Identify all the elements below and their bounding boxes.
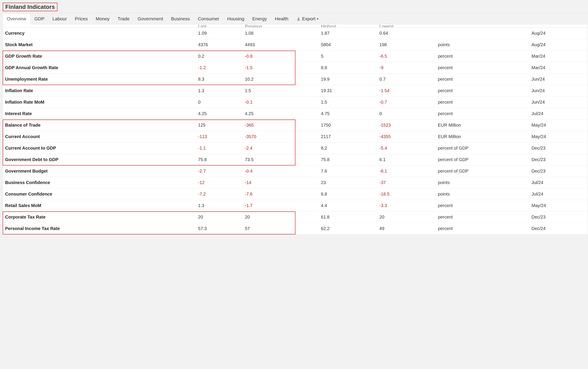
cell-high: 8.8 (319, 62, 377, 73)
cell-prev: 1.5 (242, 85, 289, 97)
cell-prev: -3570 (242, 131, 289, 143)
cell-unit: percent (436, 211, 529, 223)
tab-prices[interactable]: Prices (71, 13, 92, 24)
tab-government[interactable]: Government (134, 13, 167, 24)
cell-unit: percent of GDP (436, 143, 529, 154)
cell-name: Government Budget (3, 165, 196, 177)
cell-last: 1.09 (196, 28, 243, 39)
table-row[interactable]: Currency1.091.081.870.64Aug/24 (3, 28, 588, 39)
cell-high: 62.2 (319, 223, 377, 235)
table-row[interactable]: Interest Rate4.254.254.750percentJul/24 (3, 108, 588, 120)
cell-gap (289, 165, 319, 177)
cell-prev: -7.6 (242, 188, 289, 200)
cell-high: 4.75 (319, 108, 377, 120)
cell-gap (289, 85, 319, 97)
table-row[interactable]: Corporate Tax Rate202061.820percentDec/2… (3, 211, 588, 223)
cell-last: -113 (196, 131, 243, 143)
cell-name: GDP Annual Growth Rate (3, 62, 196, 73)
cell-gap (289, 188, 319, 200)
table-row[interactable]: Inflation Rate MoM0-0.11.5-0.7percentJun… (3, 97, 588, 108)
table-row[interactable]: Government Debt to GDP75.873.575.86.1per… (3, 154, 588, 165)
tab-consumer[interactable]: Consumer (194, 13, 223, 24)
cell-date: Aug/24 (529, 28, 588, 39)
cell-high: 19.9 (319, 73, 377, 85)
cell-gap (289, 223, 319, 235)
cell-name: Business Confidence (3, 177, 196, 188)
tab-trade[interactable]: Trade (114, 13, 134, 24)
table-row[interactable]: Balance of Trade125-3651750-1523EUR Mill… (3, 120, 588, 131)
export-label: Export (302, 16, 315, 21)
table-row[interactable]: Business Confidence-12-1423-37pointsJul/… (3, 177, 588, 188)
cell-unit: points (436, 39, 529, 51)
cell-unit: percent (436, 85, 529, 97)
tab-business[interactable]: Business (167, 13, 194, 24)
cell-last: 0.2 (196, 51, 243, 62)
cell-low: -18.5 (377, 188, 436, 200)
tab-energy[interactable]: Energy (248, 13, 271, 24)
cell-high: 2117 (319, 131, 377, 143)
cell-high: 4.4 (319, 200, 377, 211)
table-row[interactable]: Consumer Confidence-7.2-7.66.8-18.5point… (3, 188, 588, 200)
cell-date: Mar/24 (529, 62, 588, 73)
cell-gap (289, 51, 319, 62)
cell-unit: percent (436, 73, 529, 85)
page-header: Finland Indicators (0, 0, 588, 13)
cell-prev: 4493 (242, 39, 289, 51)
table-row[interactable]: Personal Income Tax Rate57.35762.249perc… (3, 223, 588, 235)
column-header (529, 24, 588, 28)
table-row[interactable]: GDP Growth Rate0.2-0.85-6.5percentMar/24 (3, 51, 588, 62)
cell-gap (289, 62, 319, 73)
cell-last: 75.8 (196, 154, 243, 165)
indicators-table: LastPreviousHighestLowest Currency1.091.… (3, 24, 588, 235)
table-row[interactable]: Unemployment Rate8.310.219.90.7percentJu… (3, 73, 588, 85)
cell-unit: percent (436, 97, 529, 108)
cell-date: Jul/24 (529, 188, 588, 200)
column-header (3, 24, 196, 28)
table-row[interactable]: GDP Annual Growth Rate-1.2-1.58.8-9perce… (3, 62, 588, 73)
cell-prev: -1.7 (242, 200, 289, 211)
cell-date: Dec/23 (529, 165, 588, 177)
cell-name: Government Debt to GDP (3, 154, 196, 165)
cell-low: -1523 (377, 120, 436, 131)
cell-unit: EUR Million (436, 131, 529, 143)
cell-gap (289, 131, 319, 143)
cell-last: 4.25 (196, 108, 243, 120)
cell-name: Unemployment Rate (3, 73, 196, 85)
tab-labour[interactable]: Labour (48, 13, 71, 24)
tab-overview[interactable]: Overview (3, 13, 31, 24)
cell-last: -1.2 (196, 62, 243, 73)
cell-low: -3.3 (377, 200, 436, 211)
table-row[interactable]: Government Budget-2.7-0.47.6-8.1percent … (3, 165, 588, 177)
tab-gdp[interactable]: GDP (31, 13, 49, 24)
table-row[interactable]: Inflation Rate1.31.519.31-1.54percentJun… (3, 85, 588, 97)
cell-last: -1.1 (196, 143, 243, 154)
cell-high: 7.6 (319, 165, 377, 177)
cell-date: Jul/24 (529, 177, 588, 188)
column-header: Previous (242, 24, 289, 28)
cell-name: Inflation Rate MoM (3, 97, 196, 108)
tab-housing[interactable]: Housing (223, 13, 248, 24)
cell-name: Current Account (3, 131, 196, 143)
table-row[interactable]: Stock Market437644935804198pointsAug/24 (3, 39, 588, 51)
page-title: Finland Indicators (5, 3, 55, 10)
cell-date: Jun/24 (529, 73, 588, 85)
cell-low: -0.7 (377, 97, 436, 108)
cell-low: -4355 (377, 131, 436, 143)
cell-high: 61.8 (319, 211, 377, 223)
cell-gap (289, 73, 319, 85)
table-row[interactable]: Current Account-113-35702117-4355EUR Mil… (3, 131, 588, 143)
cell-last: 1.3 (196, 200, 243, 211)
cell-gap (289, 143, 319, 154)
cell-name: Inflation Rate (3, 85, 196, 97)
cell-unit: percent of GDP (436, 165, 529, 177)
cell-unit: points (436, 188, 529, 200)
tab-health[interactable]: Health (271, 13, 292, 24)
table-row[interactable]: Retail Sales MoM1.3-1.74.4-3.3percentMay… (3, 200, 588, 211)
column-header: Highest (319, 24, 377, 28)
tab-money[interactable]: Money (92, 13, 114, 24)
cell-unit: percent (436, 108, 529, 120)
table-row[interactable]: Current Account to GDP-1.1-2.48.2-5.4per… (3, 143, 588, 154)
cell-name: GDP Growth Rate (3, 51, 196, 62)
export-button[interactable]: Export▾ (292, 13, 322, 24)
cell-high: 75.8 (319, 154, 377, 165)
